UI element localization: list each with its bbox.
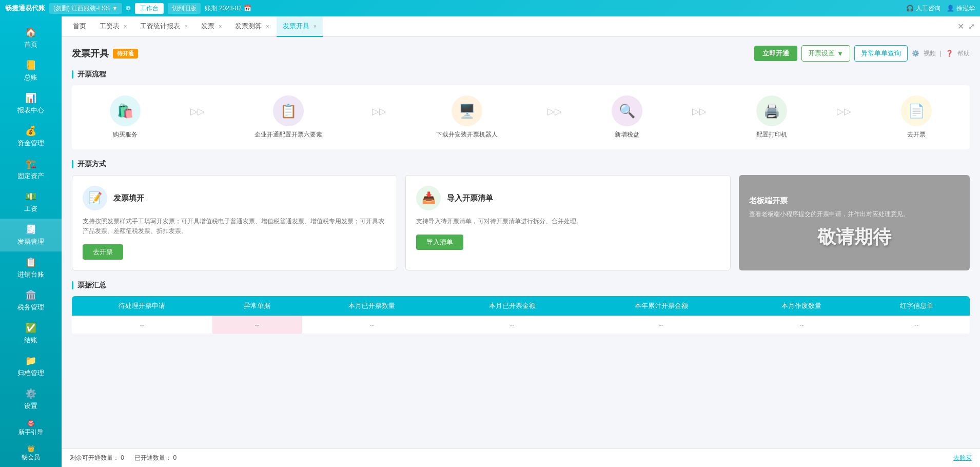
sidebar-item-home[interactable]: 🏠 首页: [0, 22, 62, 54]
import-desc: 支持导入待开票清单，可对待开票清单进行拆分、合并处理。: [416, 217, 720, 226]
val-pending: --: [72, 316, 212, 334]
sidebar-item-label: 进销台账: [17, 270, 44, 279]
manual-fill-title: 发票填开: [113, 193, 144, 203]
tab-invoice-open-close[interactable]: ×: [313, 23, 317, 29]
guide-icon: 🎯: [27, 420, 35, 427]
process-step-config-printer[interactable]: 🖨️ 配置打印机: [756, 95, 787, 139]
help-icon[interactable]: ❓: [946, 50, 953, 57]
sidebar-item-label: 资金管理: [17, 139, 44, 148]
val-abnormal: --: [212, 316, 302, 334]
bottom-bar: 剩余可开通数量： 0 已开通数量： 0 去购买: [62, 449, 980, 467]
sidebar-item-archive[interactable]: 📁 归档管理: [0, 350, 62, 383]
import-header: 📥 导入开票清单: [416, 186, 720, 210]
sidebar-item-settings[interactable]: ⚙️ 设置: [0, 383, 62, 416]
sidebar-item-reconcile[interactable]: ✅ 结账: [0, 317, 62, 350]
payroll-icon: 💵: [25, 191, 36, 202]
restore-button[interactable]: ⤢: [968, 22, 975, 31]
add-tax-icon: 🔍: [619, 103, 635, 119]
process-step-download-robot[interactable]: 🖥️ 下载并安装开票机器人: [436, 95, 498, 139]
coming-soon-text: 敬请期待: [817, 225, 891, 250]
immediate-open-button[interactable]: 立即开通: [754, 46, 797, 61]
abnormal-query-button[interactable]: 异常单单查询: [854, 45, 908, 62]
col-red-info: 红字信息单: [864, 296, 970, 316]
period-selector[interactable]: 账期 2023-02 📅: [205, 4, 251, 13]
page-title-text: 发票开具: [72, 47, 109, 60]
sidebar-item-purchase[interactable]: 📋 进销台账: [0, 251, 62, 284]
import-icon: 📥: [416, 186, 441, 210]
invoice-icon: 🧾: [25, 224, 36, 235]
app-logo: 畅捷通易代账: [5, 4, 45, 13]
col-yearly-amount: 本年累计开票金额: [582, 296, 740, 316]
col-void-count: 本月作废数量: [740, 296, 863, 316]
tab-home-label: 首页: [73, 22, 86, 31]
arrow-5: ▷▷: [837, 106, 851, 117]
download-robot-icon: 🖥️: [459, 103, 475, 119]
sidebar-item-member[interactable]: 👑 畅会员: [0, 441, 62, 466]
workspace-button[interactable]: 工作台: [135, 3, 164, 14]
invoice-methods-section: 开票方式 📝 发票填开 支持按照发票样式手工填写开发票；可开具增值税电子普通发票…: [72, 160, 970, 270]
process-step-add-tax[interactable]: 🔍 新增税盘: [612, 95, 642, 139]
issue-invoice-icon-wrap: 📄: [901, 95, 932, 126]
sidebar-item-label: 工资: [24, 204, 37, 213]
process-flow: 🛍️ 购买服务 ▷▷ 📋 企业开通配置开票六要素 ▷▷: [72, 85, 970, 149]
reconcile-icon: ✅: [25, 322, 36, 334]
tab-payroll-stats[interactable]: 工资统计报表 ×: [134, 16, 193, 37]
status-badge: 待开通: [113, 49, 138, 59]
tax-icon: 🏛️: [25, 289, 36, 301]
process-flow-title: 开票流程: [72, 70, 970, 79]
arrow-1: ▷▷: [190, 106, 205, 117]
tab-invoice-open[interactable]: 发票开具 ×: [277, 16, 323, 37]
tab-invoice-calc-close[interactable]: ×: [266, 23, 269, 29]
tab-home[interactable]: 首页: [67, 16, 92, 37]
buy-link[interactable]: 去购买: [953, 454, 972, 462]
funds-icon: 💰: [25, 125, 36, 137]
manual-fill-desc: 支持按照发票样式手工填写开发票；可开具增值税电子普通发票、增值税普通发票、增值税…: [83, 217, 386, 236]
sidebar-item-invoice[interactable]: 🧾 发票管理: [0, 219, 62, 251]
manual-fill-card[interactable]: 📝 发票填开 支持按照发票样式手工填写开发票；可开具增值税电子普通发票、增值税普…: [72, 175, 397, 270]
home-icon: 🏠: [25, 27, 36, 38]
tab-payroll-stats-close[interactable]: ×: [184, 23, 187, 29]
old-version-button[interactable]: 切到旧版: [168, 3, 201, 14]
tab-invoice-calc[interactable]: 发票测算 ×: [229, 16, 275, 37]
col-pending: 待处理开票申请: [72, 296, 212, 316]
page-help: ⚙️ 视频 | ❓ 帮助: [912, 49, 970, 58]
tab-payroll-table[interactable]: 工资表 ×: [93, 16, 133, 37]
go-issue-button[interactable]: 去开票: [83, 244, 123, 260]
view-icon[interactable]: ⚙️: [912, 50, 919, 57]
ledger-icon: 📒: [25, 60, 36, 71]
issue-invoice-label: 去开票: [907, 130, 926, 139]
close-all-button[interactable]: ✕: [957, 22, 964, 31]
import-list-button[interactable]: 导入清单: [416, 235, 463, 250]
config-enterprise-icon-wrap: 📋: [273, 95, 304, 126]
val-monthly-amount: --: [442, 316, 582, 334]
col-monthly-amount: 本月已开票金额: [442, 296, 582, 316]
config-printer-icon: 🖨️: [763, 103, 780, 119]
process-step-issue-invoice[interactable]: 📄 去开票: [901, 95, 932, 139]
sidebar-item-payroll[interactable]: 💵 工资: [0, 186, 62, 219]
sidebar-item-ledger[interactable]: 📒 总账: [0, 54, 62, 87]
tab-invoice[interactable]: 发票 ×: [195, 16, 228, 37]
open-settings-button[interactable]: 开票设置 ▼: [801, 45, 850, 62]
page-content: 发票开具 待开通 立即开通 开票设置 ▼ 异常单单查询 ⚙️ 视频 | ❓: [62, 37, 980, 449]
assets-icon: 🏗️: [25, 158, 36, 169]
customer-service[interactable]: 🎧 人工咨询: [906, 4, 940, 13]
import-card[interactable]: 📥 导入开票清单 支持导入待开票清单，可对待开票清单进行拆分、合并处理。 导入清…: [405, 175, 731, 270]
process-step-buy-service[interactable]: 🛍️ 购买服务: [110, 95, 141, 139]
sidebar-item-tax[interactable]: 🏛️ 税务管理: [0, 284, 62, 317]
process-step-config-enterprise[interactable]: 📋 企业开通配置开票六要素: [254, 95, 322, 139]
sidebar-item-assets[interactable]: 🏗️ 固定资产: [0, 153, 62, 186]
sidebar-item-funds[interactable]: 💰 资金管理: [0, 120, 62, 153]
download-robot-label: 下载并安装开票机器人: [436, 130, 498, 139]
calendar-icon[interactable]: 📅: [244, 5, 251, 12]
sidebar: 🏠 首页 📒 总账 📊 报表中心 💰 资金管理 🏗️ 固定资产 💵 工资 🧾 发…: [0, 16, 62, 467]
archive-icon: 📁: [25, 355, 36, 366]
tab-payroll-table-close[interactable]: ×: [124, 23, 127, 29]
manual-fill-header: 📝 发票填开: [83, 186, 386, 210]
sidebar-item-guide[interactable]: 🎯 新手引导: [0, 416, 62, 441]
tab-invoice-close[interactable]: ×: [219, 23, 222, 29]
sidebar-item-reports[interactable]: 📊 报表中心: [0, 87, 62, 120]
user-avatar[interactable]: 👤 徐泓华: [947, 4, 975, 13]
copy-icon[interactable]: ⧉: [126, 5, 131, 12]
summary-table: 待处理开票申请 异常单据 本月已开票数量 本月已开票金额 本年累计开票金额 本月…: [72, 296, 970, 334]
company-selector[interactable]: (勿删) 江西服装-LSS ▼: [49, 3, 122, 14]
